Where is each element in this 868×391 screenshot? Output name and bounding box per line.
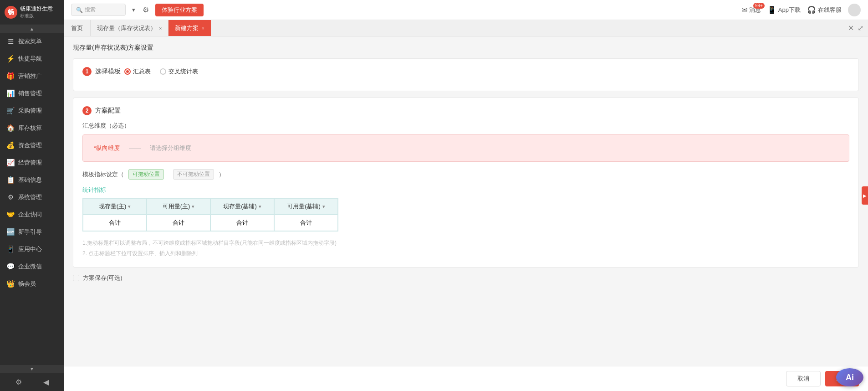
sidebar-item-label: 经营管理	[18, 159, 42, 167]
sidebar-collapse-btn[interactable]: ◀	[43, 378, 49, 386]
step2-card: 2 方案配置 汇总维度（必选） *纵向维度 —— 请选择分组维度 模板指标设定（…	[73, 98, 859, 268]
main-area: 🔍 搜索 ▾ ⚙ 体验行业方案 ✉ 消息 99+ 📱 App下载 🎧 在线客服	[64, 0, 868, 391]
stats-row-0: 合计 合计 合计 合计	[83, 215, 338, 231]
quicknav-icon: ⚡	[6, 55, 15, 63]
search-dropdown-icon[interactable]: ▾	[132, 6, 135, 13]
indicator-close-paren: ）	[219, 170, 225, 179]
tabs-bar: 首页 现存量（库存状况表） × 新建方案 × ✕ ⤢	[64, 20, 868, 36]
dimension-placeholder: 请选择分组维度	[150, 144, 191, 152]
sidebar-item-system[interactable]: ⚙ 系统管理	[0, 189, 64, 206]
dimension-arrow: ——	[129, 145, 141, 152]
col-0-chevron: ▾	[128, 204, 131, 210]
tab-home-label: 首页	[71, 24, 83, 32]
app-download-btn[interactable]: 📱 App下载	[767, 5, 801, 14]
radio-cross-label: 交叉统计表	[168, 67, 198, 76]
sidebar-item-member[interactable]: 👑 畅会员	[0, 275, 64, 293]
sidebar-item-label: 新手引导	[18, 228, 42, 236]
sidebar-item-basic[interactable]: 📋 基础信息	[0, 171, 64, 189]
user-avatar[interactable]	[848, 4, 861, 16]
tab1-close-icon[interactable]: ×	[159, 26, 162, 31]
tab-new-scheme-label: 新建方案	[175, 24, 199, 32]
stats-section: 统计指标 现存量(主) ▾	[82, 186, 849, 232]
app-download-icon: 📱	[767, 5, 776, 14]
sidebar-item-search[interactable]: ☰ 搜索菜单	[0, 33, 64, 50]
sidebar-item-label: 企业协同	[18, 211, 42, 219]
col-header-2[interactable]: 现存量(基辅) ▾	[210, 198, 274, 215]
message-badge: 99+	[753, 3, 765, 9]
dimension-section-label: 汇总维度（必选）	[82, 122, 849, 130]
tab-home[interactable]: 首页	[64, 20, 91, 36]
tips-section: 1.拖动标题栏可以调整布局，不可跨维度或指标区域拖动栏目字段(只能在同一维度或指…	[82, 238, 849, 259]
tabs-expand-icon[interactable]: ⤢	[858, 24, 863, 32]
trial-industry-button[interactable]: 体验行业方案	[155, 4, 204, 16]
save-row: 方案保存(可选)	[73, 274, 859, 282]
cell-0-3: 合计	[274, 215, 338, 231]
tab-new-scheme[interactable]: 新建方案 ×	[168, 20, 211, 36]
col-header-0[interactable]: 现存量(主) ▾	[83, 198, 147, 215]
sidebar-settings-btn[interactable]: ⚙	[15, 378, 22, 386]
tabs-close-icon[interactable]: ✕	[848, 24, 854, 32]
customer-service-btn[interactable]: 🎧 在线客服	[807, 5, 842, 14]
sidebar-item-label: 畅会员	[18, 280, 36, 288]
finance-icon: 💰	[6, 141, 15, 149]
app-name: 畅康通好生意	[20, 5, 53, 13]
sales-icon: 📊	[6, 89, 15, 98]
search-icon: 🔍	[76, 7, 83, 13]
step1-badge: 1	[82, 67, 92, 76]
main-content: 现存量(库存状况表)方案设置 1 选择模板 汇总表 交叉统计表	[64, 36, 868, 366]
sidebar-scroll-down[interactable]: ▼	[0, 365, 64, 373]
sidebar-item-label: 快捷导航	[18, 55, 42, 63]
tab-inventory-status[interactable]: 现存量（库存状况表） ×	[91, 20, 168, 36]
dimension-box[interactable]: *纵向维度 —— 请选择分组维度	[82, 134, 849, 162]
sidebar-item-management[interactable]: 📈 经营管理	[0, 154, 64, 171]
topbar-right: ✉ 消息 99+ 📱 App下载 🎧 在线客服	[741, 4, 861, 16]
page-title: 现存量(库存状况表)方案设置	[73, 44, 859, 52]
radio-summary[interactable]: 汇总表	[124, 67, 151, 76]
ai-badge[interactable]: Ai	[836, 368, 863, 386]
sidebar-item-wechat[interactable]: 💬 企业微信	[0, 258, 64, 275]
message-btn[interactable]: ✉ 消息 99+	[741, 5, 761, 14]
message-icon: ✉	[741, 5, 747, 14]
cell-0-0: 合计	[83, 215, 147, 231]
sidebar-item-guide[interactable]: 🆕 新手引导	[0, 223, 64, 241]
search-menu-icon: ☰	[6, 37, 15, 46]
radio-cross[interactable]: 交叉统计表	[160, 67, 198, 76]
sidebar-item-sales[interactable]: 📊 销售管理	[0, 85, 64, 102]
right-collapse-handle[interactable]: ▶	[862, 186, 868, 205]
col-header-1[interactable]: 可用量(主) ▾	[147, 198, 210, 215]
sidebar-item-label: 销售管理	[18, 89, 42, 98]
member-icon: 👑	[6, 280, 15, 288]
sidebar-item-marketing[interactable]: 🎁 营销推广	[0, 67, 64, 85]
management-icon: 📈	[6, 159, 15, 167]
tip-1: 1.拖动标题栏可以调整布局，不可跨维度或指标区域拖动栏目字段(只能在同一维度或指…	[82, 238, 849, 248]
sidebar-item-appstore[interactable]: 📱 应用中心	[0, 241, 64, 258]
basic-icon: 📋	[6, 176, 15, 184]
sidebar-item-finance[interactable]: 💰 资金管理	[0, 137, 64, 154]
save-label: 方案保存(可选)	[83, 274, 123, 282]
search-box[interactable]: 🔍 搜索	[71, 4, 126, 16]
sidebar-item-quicknav[interactable]: ⚡ 快捷导航	[0, 50, 64, 67]
sidebar-item-label: 系统管理	[18, 193, 42, 201]
indicator-fixed-tag: 不可拖动位置	[173, 169, 214, 180]
step2-badge: 2	[82, 106, 92, 115]
sidebar-item-inventory[interactable]: 🏠 库存核算	[0, 119, 64, 137]
cancel-button[interactable]: 取消	[786, 371, 821, 386]
footer: 取消 查询	[64, 366, 868, 391]
gear-icon[interactable]: ⚙	[143, 5, 149, 14]
save-checkbox[interactable]	[73, 275, 79, 281]
col-0-label: 现存量(主)	[99, 202, 127, 211]
col-2-label: 现存量(基辅)	[223, 202, 257, 211]
sidebar-scroll-up[interactable]: ▲	[0, 25, 64, 33]
col-header-3[interactable]: 可用量(基辅) ▾	[274, 198, 338, 215]
sidebar-item-label: 企业微信	[18, 262, 42, 271]
dimension-required-mark: *纵向维度	[94, 144, 120, 152]
sidebar: 畅 畅康通好生意 标准版 ▲ ☰ 搜索菜单 ⚡ 快捷导航 🎁 营销推广 📊 销售…	[0, 0, 64, 391]
topbar: 🔍 搜索 ▾ ⚙ 体验行业方案 ✉ 消息 99+ 📱 App下载 🎧 在线客服	[64, 0, 868, 20]
stats-thead: 现存量(主) ▾ 可用量(主) ▾	[83, 198, 338, 215]
sidebar-item-purchase[interactable]: 🛒 采购管理	[0, 102, 64, 119]
sidebar-item-label: 营销推广	[18, 72, 42, 80]
template-radio-group: 汇总表 交叉统计表	[124, 67, 198, 76]
sidebar-item-collab[interactable]: 🤝 企业协同	[0, 206, 64, 223]
stats-title: 统计指标	[82, 186, 849, 194]
tab2-close-icon[interactable]: ×	[201, 26, 204, 31]
